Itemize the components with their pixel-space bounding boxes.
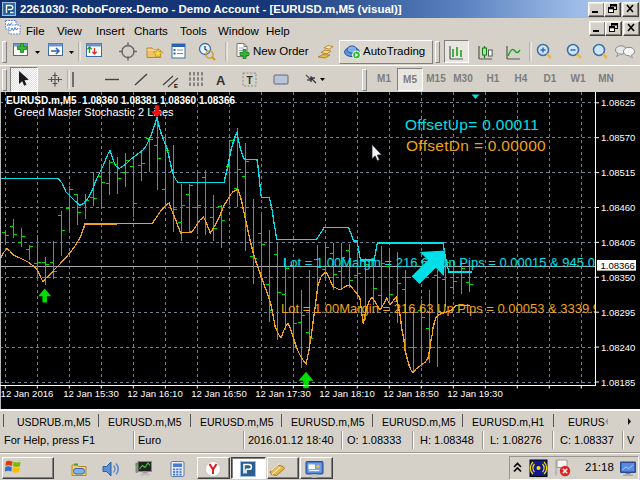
svg-text:Lot = 1.00Margin = 216.63 Up P: Lot = 1.00Margin = 216.63 Up Pips = 0.00… xyxy=(281,301,600,316)
svg-text:Greed Master Stochastic 2 Line: Greed Master Stochastic 2 Lines xyxy=(14,106,174,118)
svg-text:OffsetDn = 0.00000: OffsetDn = 0.00000 xyxy=(406,137,546,154)
svg-text:12 Jan 2016: 12 Jan 2016 xyxy=(1,388,54,399)
svg-text:T: T xyxy=(247,75,253,86)
svg-text:12 Jan 16:10: 12 Jan 16:10 xyxy=(127,388,182,399)
svg-text:1.08570: 1.08570 xyxy=(601,132,635,143)
svg-text:1.08295: 1.08295 xyxy=(601,307,635,318)
svg-text:1.08515: 1.08515 xyxy=(601,167,635,178)
svg-text:12 Jan 18:10: 12 Jan 18:10 xyxy=(319,388,374,399)
svg-text:1.08405: 1.08405 xyxy=(601,237,635,248)
svg-text:EURUSD.m,M5 1.08360 1.08381 1: EURUSD.m,M5 1.08360 1.08381 1.08360 1.08… xyxy=(6,95,235,106)
svg-text:12 Jan 16:50: 12 Jan 16:50 xyxy=(191,388,246,399)
svg-text:1.08350: 1.08350 xyxy=(601,272,635,283)
svg-text:OffsetUp= 0.00011: OffsetUp= 0.00011 xyxy=(405,116,539,133)
svg-text:A: A xyxy=(216,73,226,88)
svg-text:12 Jan 15:30: 12 Jan 15:30 xyxy=(63,388,118,399)
svg-text:1.08625: 1.08625 xyxy=(601,97,635,108)
svg-text:1.08185: 1.08185 xyxy=(601,377,635,388)
svg-text:12 Jan 18:50: 12 Jan 18:50 xyxy=(383,388,438,399)
svg-text:12 Jan 17:30: 12 Jan 17:30 xyxy=(255,388,310,399)
svg-text:E: E xyxy=(174,83,178,89)
svg-text:1.08366: 1.08366 xyxy=(601,260,635,271)
svg-text:12 Jan 19:30: 12 Jan 19:30 xyxy=(447,388,502,399)
svg-text:1.08240: 1.08240 xyxy=(601,342,635,353)
svg-text:1.08460: 1.08460 xyxy=(601,202,635,213)
